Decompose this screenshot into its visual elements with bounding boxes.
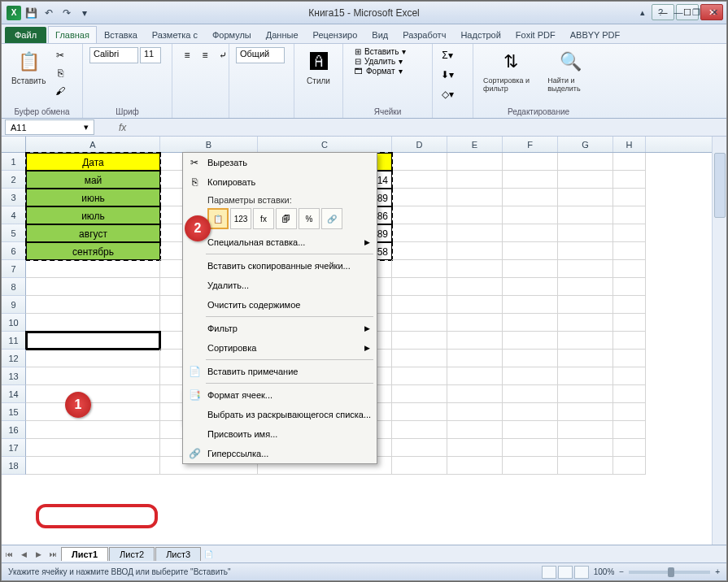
cell[interactable] (503, 296, 558, 314)
row-header[interactable]: 8 (2, 278, 26, 296)
cell[interactable] (447, 189, 503, 206)
select-all-corner[interactable] (2, 137, 26, 152)
cell[interactable] (447, 224, 503, 242)
cell[interactable] (447, 350, 503, 367)
align-top-icon[interactable]: ≡ (179, 47, 195, 63)
sheet-nav-next[interactable]: ▶ (31, 547, 46, 562)
cell[interactable] (613, 367, 646, 385)
cell[interactable] (447, 367, 503, 385)
cell[interactable] (613, 278, 646, 296)
cell[interactable] (26, 385, 160, 403)
ctx-format[interactable]: 📑Формат ячеек... (183, 385, 377, 405)
cell[interactable] (447, 403, 503, 421)
cell[interactable] (503, 439, 558, 457)
new-sheet-button[interactable]: 📄 (201, 547, 216, 562)
cell[interactable] (558, 314, 613, 332)
cell[interactable] (503, 224, 558, 242)
cell[interactable] (447, 439, 503, 457)
cell[interactable] (392, 367, 447, 385)
cell[interactable] (558, 332, 613, 350)
row-header[interactable]: 3 (2, 189, 26, 206)
insert-cells-button[interactable]: ⊞Вставить ▾ (355, 47, 425, 56)
cell[interactable] (613, 153, 646, 171)
cell[interactable] (26, 457, 160, 475)
cell[interactable] (613, 457, 646, 475)
cell[interactable] (26, 278, 160, 296)
cell[interactable] (392, 314, 447, 332)
col-header[interactable]: G (558, 137, 613, 152)
cell[interactable] (503, 278, 558, 296)
row-header[interactable]: 18 (2, 457, 26, 475)
ctx-dropdown[interactable]: Выбрать из раскрывающегося списка... (183, 405, 377, 424)
cell[interactable] (613, 403, 646, 421)
styles-button[interactable]: 🅰 Стили (301, 47, 336, 87)
cell[interactable] (447, 171, 503, 189)
copy-button[interactable]: ⎘ (52, 65, 68, 81)
cell[interactable] (447, 332, 503, 350)
cell[interactable] (447, 314, 503, 332)
zoom-slider[interactable] (629, 571, 710, 574)
ctx-paste-special[interactable]: Специальная вставка...▶ (183, 232, 377, 252)
row-header[interactable]: 13 (2, 367, 26, 385)
cell[interactable] (613, 189, 646, 206)
cell[interactable] (447, 260, 503, 278)
row-header[interactable]: 14 (2, 385, 26, 403)
cell[interactable] (392, 206, 447, 224)
autosum-button[interactable]: Σ▾ (439, 47, 456, 63)
sheet-tab[interactable]: Лист2 (109, 547, 155, 561)
font-name-select[interactable]: Calibri (89, 47, 138, 63)
cell[interactable] (26, 260, 160, 278)
format-cells-button[interactable]: 🗔Формат ▾ (355, 67, 425, 76)
cell[interactable] (392, 278, 447, 296)
cell[interactable] (447, 153, 503, 171)
cell[interactable] (503, 350, 558, 367)
row-header[interactable]: 6 (2, 242, 26, 260)
cell[interactable]: Дата (26, 153, 160, 171)
cell[interactable] (503, 206, 558, 224)
tab-layout[interactable]: Разметка с (145, 26, 205, 43)
cell[interactable] (613, 242, 646, 260)
align-mid-icon[interactable]: ≡ (197, 47, 213, 63)
cell[interactable] (392, 421, 447, 439)
cell[interactable] (447, 421, 503, 439)
view-normal-button[interactable] (542, 566, 556, 579)
cell[interactable] (558, 421, 613, 439)
cell[interactable] (613, 171, 646, 189)
cell[interactable] (613, 332, 646, 350)
col-header[interactable]: E (447, 137, 503, 152)
paste-normal-button[interactable]: 📋 (207, 208, 229, 229)
cell[interactable] (447, 457, 503, 475)
sort-filter-button[interactable]: ⇅ Сортировка и фильтр (480, 47, 541, 94)
tab-view[interactable]: Вид (364, 26, 395, 43)
row-header[interactable]: 10 (2, 314, 26, 332)
paste-values-button[interactable]: 123 (230, 208, 251, 229)
col-header[interactable]: H (613, 137, 646, 152)
wrap-icon[interactable]: ⤶ (215, 47, 231, 63)
ctx-insert-copied[interactable]: Вставить скопированные ячейки... (183, 256, 377, 276)
name-box[interactable]: A11▾ (5, 119, 94, 135)
paste-link-button[interactable]: 🔗 (321, 208, 342, 229)
cell[interactable] (613, 350, 646, 367)
col-header[interactable]: D (392, 137, 447, 152)
redo-button[interactable]: ↷ (59, 5, 75, 21)
sheet-tab[interactable]: Лист3 (155, 547, 201, 561)
cell[interactable] (392, 403, 447, 421)
cell[interactable]: июль (26, 206, 160, 224)
cell[interactable] (503, 403, 558, 421)
tab-review[interactable]: Рецензиро (306, 26, 365, 43)
cell[interactable] (447, 278, 503, 296)
cell[interactable]: май (26, 171, 160, 189)
help-icon[interactable]: ? (653, 5, 668, 20)
window-min-icon[interactable]: — (671, 5, 686, 20)
cell[interactable] (503, 314, 558, 332)
tab-abbyy[interactable]: ABBYY PDF (563, 26, 628, 43)
cell[interactable] (26, 296, 160, 314)
row-header[interactable]: 16 (2, 421, 26, 439)
cell[interactable] (558, 153, 613, 171)
sheet-nav-first[interactable]: ⏮ (2, 547, 16, 562)
window-close-icon[interactable]: ✕ (707, 5, 721, 20)
cell[interactable] (558, 260, 613, 278)
find-select-button[interactable]: 🔍 Найти и выделить (544, 47, 597, 94)
ctx-hyperlink[interactable]: 🔗Гиперссылка... (183, 444, 377, 463)
tab-developer[interactable]: Разработч (395, 26, 453, 43)
